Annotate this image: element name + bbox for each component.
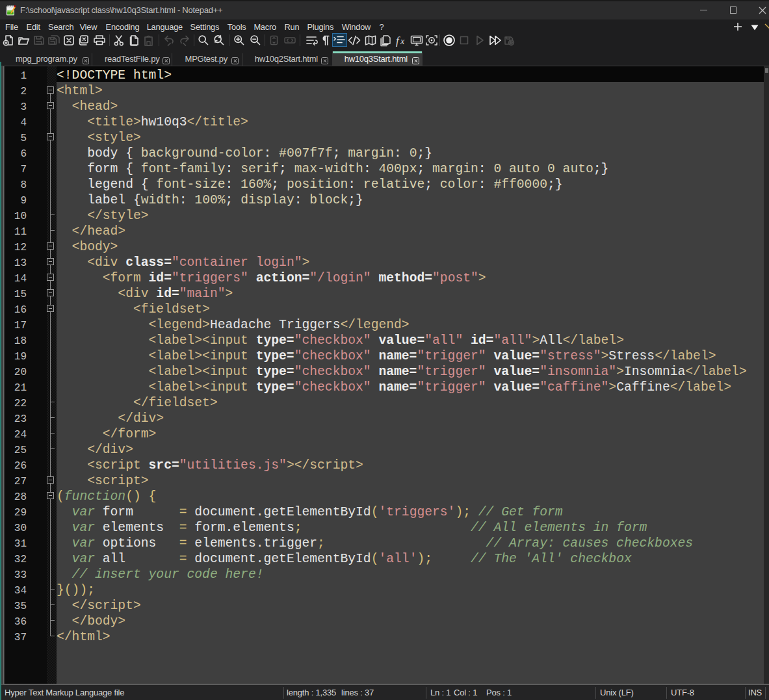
svg-text:x: x <box>400 36 405 46</box>
svg-text:f: f <box>396 34 400 47</box>
